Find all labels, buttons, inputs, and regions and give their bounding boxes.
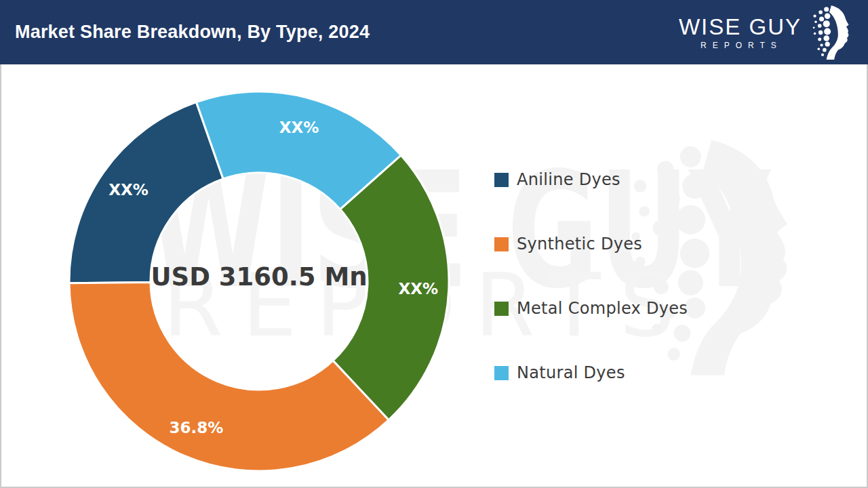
- legend-item-synthetic-dyes: Synthetic Dyes: [494, 235, 688, 253]
- report-image: Market Share Breakdown, By Type, 2024 WI…: [0, 0, 868, 488]
- slice-label: 36.8%: [170, 419, 224, 436]
- legend-swatch-metal-complex-dyes: [494, 302, 509, 316]
- wiseguy-logo: WISE GUY REPORTS: [679, 5, 854, 60]
- legend-label: Metal Complex Dyes: [517, 299, 688, 318]
- donut-center-value: USD 3160.5 Mn: [151, 262, 367, 291]
- wiseguy-logo-text: WISE GUY REPORTS: [679, 16, 802, 49]
- legend-label: Aniline Dyes: [517, 170, 620, 189]
- legend-label: Synthetic Dyes: [517, 235, 642, 253]
- legend-item-aniline-dyes: Aniline Dyes: [494, 170, 688, 189]
- donut-slice-synthetic-dyes: [69, 283, 389, 471]
- wiseguy-face-icon: [804, 5, 854, 60]
- chart-legend: Aniline Dyes Synthetic Dyes Metal Comple…: [494, 170, 688, 382]
- legend-swatch-natural-dyes: [494, 366, 509, 380]
- legend-swatch-aniline-dyes: [494, 173, 509, 187]
- logo-wordmark: WISE GUY: [679, 16, 802, 38]
- logo-subtitle: REPORTS: [698, 41, 783, 49]
- legend-item-metal-complex-dyes: Metal Complex Dyes: [494, 299, 688, 318]
- slice-label: XX%: [108, 181, 149, 199]
- legend-item-natural-dyes: Natural Dyes: [494, 363, 688, 382]
- page-title: Market Share Breakdown, By Type, 2024: [15, 22, 370, 43]
- legend-swatch-synthetic-dyes: [494, 237, 509, 251]
- chart-canvas: WISE GUY REPORTS XX%36.8%XX%XX% USD 3160…: [0, 64, 868, 488]
- legend-label: Natural Dyes: [517, 363, 625, 382]
- slice-label: XX%: [398, 280, 438, 298]
- header-bar: Market Share Breakdown, By Type, 2024 WI…: [0, 0, 868, 64]
- slice-label: XX%: [279, 119, 319, 136]
